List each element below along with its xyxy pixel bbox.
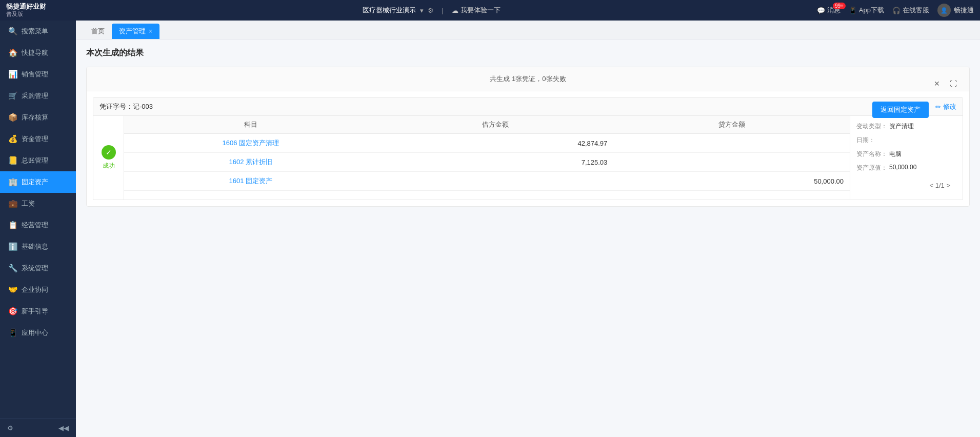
change-type-label: 变动类型： xyxy=(856,122,887,131)
tab-close-icon[interactable]: × xyxy=(149,28,152,35)
sidebar-item-inventory[interactable]: 📦 库存核算 xyxy=(0,107,76,128)
avatar-icon: 👤 xyxy=(941,7,948,14)
info-row-change-type: 变动类型： 资产清理 xyxy=(856,122,956,131)
app-logo: 畅捷通好业财 xyxy=(6,3,46,11)
sidebar-label-funds: 资金管理 xyxy=(22,134,48,144)
service-icon: 🎧 xyxy=(892,7,901,14)
subject-1602: 1602 累计折旧 xyxy=(124,153,377,172)
voucher-header: 凭证字号：记-003 ✏ 修改 xyxy=(93,98,963,116)
sidebar-label-system: 系统管理 xyxy=(22,264,48,273)
return-btn[interactable]: 返回固定资产 xyxy=(872,102,929,118)
inventory-icon: 📦 xyxy=(8,113,17,122)
topbar: 畅捷通好业财 普及版 医疗器械行业演示 ▾ ⚙ | ☁ 我要体验一下 💬 消息 … xyxy=(0,0,980,21)
pagination-text: < 1/1 > xyxy=(930,182,950,189)
avatar: 👤 xyxy=(937,4,951,17)
content-wrapper: 本次生成的结果 ✕ ⛶ 返回固定资产 共生成 1张凭证，0张失败 xyxy=(86,48,970,207)
sidebar-settings-icon[interactable]: ⚙ xyxy=(7,424,13,432)
voucher-body: ✓ 成功 科目 xyxy=(93,116,963,200)
voucher-number: 凭证字号：记-003 xyxy=(99,102,153,111)
download-icon: 📱 xyxy=(849,7,857,14)
sidebar-item-payroll[interactable]: 💼 工资 xyxy=(0,193,76,214)
enterprise-icon: 🤝 xyxy=(8,285,17,294)
sidebar-item-quick-nav[interactable]: 🏠 快捷导航 xyxy=(0,42,76,64)
success-icon: ✓ xyxy=(102,145,116,160)
sidebar-item-sales[interactable]: 📊 销售管理 xyxy=(0,64,76,85)
edit-voucher-btn[interactable]: ✏ 修改 xyxy=(935,102,956,111)
result-panel: 共生成 1张凭证，0张失败 凭证字号：记-003 ✏ 修改 xyxy=(86,67,970,207)
online-service-label: 在线客服 xyxy=(903,6,929,15)
sidebar-item-ledger[interactable]: 📒 总账管理 xyxy=(0,150,76,171)
pagination[interactable]: < 1/1 > xyxy=(856,177,956,193)
sidebar-bottom: ⚙ ◀◀ xyxy=(0,419,76,437)
topbar-center: 医疗器械行业演示 ▾ ⚙ | ☁ 我要体验一下 xyxy=(363,6,501,15)
topbar-settings-icon[interactable]: ⚙ xyxy=(428,7,434,14)
change-type-value: 资产清理 xyxy=(889,122,914,131)
sidebar-item-purchase[interactable]: 🛒 采购管理 xyxy=(0,85,76,107)
info-row-original-value: 资产原值： 50,000.00 xyxy=(856,164,956,172)
basic-info-icon: ℹ️ xyxy=(8,242,17,251)
online-service-btn[interactable]: 🎧 在线客服 xyxy=(892,6,929,15)
credit-1601: 50,000.00 xyxy=(613,172,850,191)
sidebar-item-guide[interactable]: 🎯 新手引导 xyxy=(0,301,76,322)
sidebar-label-inventory: 库存核算 xyxy=(22,113,48,122)
edit-icon: ✏ xyxy=(935,103,941,111)
sidebar-item-basic-info[interactable]: ℹ️ 基础信息 xyxy=(0,236,76,257)
voucher-table: 科目 借方金额 贷方金额 1606 固定资产清理 xyxy=(124,116,850,191)
sidebar-label-search: 搜索菜单 xyxy=(22,27,48,36)
expand-btn[interactable]: ⛶ xyxy=(947,77,959,90)
table-row: 1601 固定资产 50,000.00 xyxy=(124,172,850,191)
sidebar-item-search[interactable]: 🔍 搜索菜单 xyxy=(0,21,76,42)
subject-1601: 1601 固定资产 xyxy=(124,172,377,191)
original-value-value: 50,000.00 xyxy=(889,164,916,172)
tab-home-label: 首页 xyxy=(91,27,105,35)
tab-asset-mgmt[interactable]: 资产管理 × xyxy=(112,24,159,39)
message-badge: 99+ xyxy=(833,3,846,9)
operations-icon: 📋 xyxy=(8,221,17,230)
sidebar-label-app-center: 应用中心 xyxy=(22,328,48,337)
sidebar-item-operations[interactable]: 📋 经营管理 xyxy=(0,214,76,236)
main-layout: 🔍 搜索菜单 🏠 快捷导航 📊 销售管理 🛒 采购管理 📦 库存核算 💰 xyxy=(0,21,980,437)
voucher-table-wrapper: 科目 借方金额 贷方金额 1606 固定资产清理 xyxy=(124,116,850,200)
tab-asset-mgmt-label: 资产管理 xyxy=(119,27,146,36)
sidebar-label-quick-nav: 快捷导航 xyxy=(22,48,48,57)
app-center-icon: 📱 xyxy=(8,328,17,337)
edit-label: 修改 xyxy=(943,102,956,111)
sidebar-item-system[interactable]: 🔧 系统管理 xyxy=(0,257,76,279)
funds-icon: 💰 xyxy=(8,134,17,144)
sidebar: 🔍 搜索菜单 🏠 快捷导航 📊 销售管理 🛒 采购管理 📦 库存核算 💰 xyxy=(0,21,76,437)
logo-area: 畅捷通好业财 普及版 xyxy=(6,3,46,18)
voucher-block: 凭证字号：记-003 ✏ 修改 xyxy=(93,97,963,200)
col-header-debit: 借方金额 xyxy=(377,116,614,134)
username: 畅捷通 xyxy=(954,6,974,15)
message-btn[interactable]: 💬 消息 99+ xyxy=(817,6,841,15)
table-row: 1606 固定资产清理 42,874.97 xyxy=(124,134,850,153)
content-area: 首页 资产管理 × 本次生成的结果 ✕ ⛶ 返回固定资 xyxy=(76,21,980,437)
experience-btn[interactable]: ☁ 我要体验一下 xyxy=(452,6,501,15)
search-icon: 🔍 xyxy=(8,27,17,36)
sidebar-item-enterprise[interactable]: 🤝 企业协同 xyxy=(0,279,76,301)
sidebar-label-purchase: 采购管理 xyxy=(22,91,48,101)
app-download-label: App下载 xyxy=(859,6,884,15)
tab-home[interactable]: 首页 xyxy=(84,24,112,39)
status-column: ✓ 成功 xyxy=(93,116,124,200)
sidebar-label-payroll: 工资 xyxy=(22,199,35,208)
sidebar-collapse-icon[interactable]: ◀◀ xyxy=(58,424,69,432)
sidebar-item-app-center[interactable]: 📱 应用中心 xyxy=(0,322,76,344)
ledger-icon: 📒 xyxy=(8,156,17,165)
page-title: 本次生成的结果 xyxy=(86,48,144,58)
company-dropdown-icon[interactable]: ▾ xyxy=(420,7,424,14)
debit-1602: 7,125.03 xyxy=(377,153,614,172)
close-btn[interactable]: ✕ xyxy=(931,77,943,90)
date-label: 日期： xyxy=(856,136,875,145)
summary-text: 共生成 1张凭证，0张失败 xyxy=(490,75,566,83)
app-download-btn[interactable]: 📱 App下载 xyxy=(849,6,884,15)
info-panel: 变动类型： 资产清理 日期： 资产名称： 电脑 xyxy=(850,116,963,200)
success-text: 成功 xyxy=(103,162,115,170)
result-summary: 共生成 1张凭证，0张失败 xyxy=(87,67,969,91)
sidebar-item-funds[interactable]: 💰 资金管理 xyxy=(0,128,76,150)
sidebar-item-fixed-assets[interactable]: 🏢 固定资产 xyxy=(0,171,76,193)
user-area[interactable]: 👤 畅捷通 xyxy=(937,4,974,17)
sidebar-scroll: 🔍 搜索菜单 🏠 快捷导航 📊 销售管理 🛒 采购管理 📦 库存核算 💰 xyxy=(0,21,76,419)
table-row: 1602 累计折旧 7,125.03 xyxy=(124,153,850,172)
asset-name-value: 电脑 xyxy=(889,150,902,158)
